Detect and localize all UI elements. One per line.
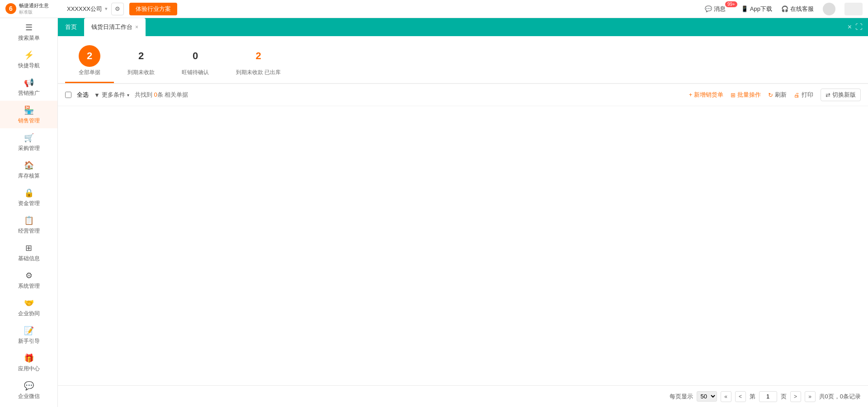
sidebar-item-search-menu[interactable]: ☰ 搜索菜单 xyxy=(0,18,57,46)
stat-overdue-number-wrapper: 2 xyxy=(130,45,152,67)
tab-bar-actions: × ⛶ xyxy=(848,23,868,31)
stat-tab-all[interactable]: 2 全部单据 xyxy=(65,42,114,83)
logo-icon: 6 xyxy=(5,3,16,14)
sidebar-item-app-center[interactable]: 🎁 应用中心 xyxy=(0,349,57,376)
stat-overdue-shipped-label: 到期未收款 已出库 xyxy=(236,69,281,76)
headset-icon: 🎧 xyxy=(781,5,788,12)
stat-all-number-wrapper: 2 xyxy=(79,45,100,67)
tab-active[interactable]: 钱货日清工作台 × xyxy=(84,18,146,36)
batch-icon: ⊞ xyxy=(731,92,736,98)
tab-maximize-icon[interactable]: ⛶ xyxy=(855,23,863,31)
toolbar: 全选 ▼ 更多条件 ▾ 共找到 0条 相关单据 + 新增销货单 ⊞ 批量操作 xyxy=(58,84,868,106)
chevron-down-icon: ▾ xyxy=(127,93,129,98)
sidebar-item-quick-nav[interactable]: ⚡ 快捷导航 xyxy=(0,46,57,73)
select-all-label: 全选 xyxy=(77,91,89,99)
sidebar-item-vip[interactable]: V 畅会员 xyxy=(0,404,57,407)
stat-pending-number-wrapper: 0 xyxy=(184,45,206,67)
toolbar-right: + 新增销货单 ⊞ 批量操作 ↻ 刷新 🖨 打印 ⇄ xyxy=(689,89,861,101)
logo-text-block: 畅捷通好生意 标准版 xyxy=(19,2,49,15)
stat-all-number: 2 xyxy=(87,50,92,62)
service-button[interactable]: 🎧 在线客服 xyxy=(781,5,814,13)
first-page-button[interactable]: « xyxy=(721,391,731,402)
search-menu-icon: ☰ xyxy=(24,23,34,33)
sidebar-item-purchase[interactable]: 🛒 采购管理 xyxy=(0,128,57,156)
switch-version-button[interactable]: ⇄ 切换新版 xyxy=(821,89,861,101)
found-count-text: 共找到 0条 相关单据 xyxy=(135,91,188,99)
page-input[interactable] xyxy=(759,391,777,402)
message-badge: 99+ xyxy=(725,1,737,7)
sidebar-item-marketing[interactable]: 📢 营销推广 xyxy=(0,73,57,101)
sidebar-item-guide[interactable]: 📝 新手引导 xyxy=(0,321,57,349)
stat-pending-number: 0 xyxy=(193,50,198,62)
sidebar-label-system: 系统管理 xyxy=(18,282,40,290)
sales-icon: 🏪 xyxy=(24,105,34,115)
pagination: 每页显示 50 « < 第 页 > » 共0页，0条记录 xyxy=(58,385,868,407)
sidebar-label-basic: 基础信息 xyxy=(18,255,40,262)
sidebar-label-enterprise: 企业协同 xyxy=(18,310,40,318)
company-selector[interactable]: XXXXXX公司 ▾ xyxy=(67,5,108,13)
chevron-down-icon: ▾ xyxy=(105,6,108,12)
sidebar-label-quick-nav: 快捷导航 xyxy=(18,62,40,70)
sidebar-item-system[interactable]: ⚙ 系统管理 xyxy=(0,266,57,294)
print-label: 打印 xyxy=(802,91,813,99)
app-center-icon: 🎁 xyxy=(24,353,34,363)
message-button[interactable]: 💬 消息 99+ xyxy=(705,5,732,13)
per-page-select[interactable]: 50 xyxy=(697,391,717,402)
new-order-button[interactable]: + 新增销货单 xyxy=(689,91,723,99)
next-page-button[interactable]: > xyxy=(790,391,801,402)
tab-bar: 首页 钱货日清工作台 × × ⛶ xyxy=(58,18,868,36)
page-label: 第 xyxy=(750,393,755,401)
batch-operation-button[interactable]: ⊞ 批量操作 xyxy=(731,91,761,99)
sidebar-label-marketing: 营销推广 xyxy=(18,89,40,97)
refresh-button[interactable]: ↻ 刷新 xyxy=(768,91,787,99)
stat-overdue-number: 2 xyxy=(138,50,144,62)
switch-label: 切换新版 xyxy=(832,91,856,99)
sidebar-item-capital[interactable]: 🔒 资金管理 xyxy=(0,183,57,211)
refresh-label: 刷新 xyxy=(775,91,787,99)
stat-tab-overdue[interactable]: 2 到期未收款 xyxy=(114,42,168,83)
batch-label: 批量操作 xyxy=(737,91,761,99)
sidebar-label-search-menu: 搜索菜单 xyxy=(18,34,40,42)
sidebar-label-purchase: 采购管理 xyxy=(18,145,40,152)
avatar[interactable] xyxy=(823,3,835,15)
page-content: 2 全部单据 2 到期未收款 0 旺铺待确认 xyxy=(58,36,868,407)
stat-tab-pending[interactable]: 0 旺铺待确认 xyxy=(168,42,222,83)
stats-tabs: 2 全部单据 2 到期未收款 0 旺铺待确认 xyxy=(58,36,868,84)
service-label: 在线客服 xyxy=(790,5,814,13)
tab-minimize-icon[interactable]: × xyxy=(848,23,852,31)
prev-page-button[interactable]: < xyxy=(735,391,746,402)
user-name[interactable] xyxy=(844,3,863,15)
sidebar-label-wechat: 企业微信 xyxy=(18,393,40,400)
tab-close-icon[interactable]: × xyxy=(135,24,138,30)
sidebar-item-operation[interactable]: 📋 经营管理 xyxy=(0,211,57,239)
experience-button[interactable]: 体验行业方案 xyxy=(129,3,177,15)
home-tab-label: 首页 xyxy=(65,23,77,31)
stat-all-label: 全部单据 xyxy=(79,69,100,76)
sidebar-item-wechat[interactable]: 💬 企业微信 xyxy=(0,376,57,404)
sidebar-label-capital: 资金管理 xyxy=(18,200,40,207)
operation-icon: 📋 xyxy=(24,215,34,225)
refresh-icon: ↻ xyxy=(768,92,773,98)
print-button[interactable]: 🖨 打印 xyxy=(794,91,813,99)
switch-icon: ⇄ xyxy=(826,92,830,98)
inventory-icon: 🏠 xyxy=(24,160,34,170)
sidebar-item-sales[interactable]: 🏪 销售管理 xyxy=(0,101,57,128)
filter-icon: ▼ xyxy=(94,92,100,98)
settings-button[interactable]: ⚙ xyxy=(111,3,124,15)
tab-home[interactable]: 首页 xyxy=(58,18,84,36)
marketing-icon: 📢 xyxy=(24,78,34,88)
active-tab-label: 钱货日清工作台 xyxy=(91,23,132,31)
top-header: 6 畅捷通好生意 标准版 XXXXXX公司 ▾ ⚙ 体验行业方案 💬 消息 99… xyxy=(0,0,868,18)
last-page-button[interactable]: » xyxy=(805,391,816,402)
message-label: 消息 xyxy=(714,5,726,13)
sidebar: ☰ 搜索菜单 ⚡ 快捷导航 📢 营销推广 🏪 销售管理 🛒 采购管理 🏠 库存核… xyxy=(0,18,58,407)
app-download-button[interactable]: 📱 App下载 xyxy=(741,5,772,13)
sidebar-item-enterprise[interactable]: 🤝 企业协同 xyxy=(0,294,57,321)
more-filter-button[interactable]: ▼ 更多条件 ▾ xyxy=(94,91,129,99)
sidebar-item-basic[interactable]: ⊞ 基础信息 xyxy=(0,239,57,266)
sidebar-item-inventory[interactable]: 🏠 库存核算 xyxy=(0,156,57,183)
select-all-checkbox[interactable] xyxy=(65,92,71,98)
stat-tab-overdue-shipped[interactable]: 2 到期未收款 已出库 xyxy=(222,42,294,83)
total-count-label: 共0页，0条记录 xyxy=(819,393,861,401)
gear-icon: ⚙ xyxy=(115,5,120,12)
